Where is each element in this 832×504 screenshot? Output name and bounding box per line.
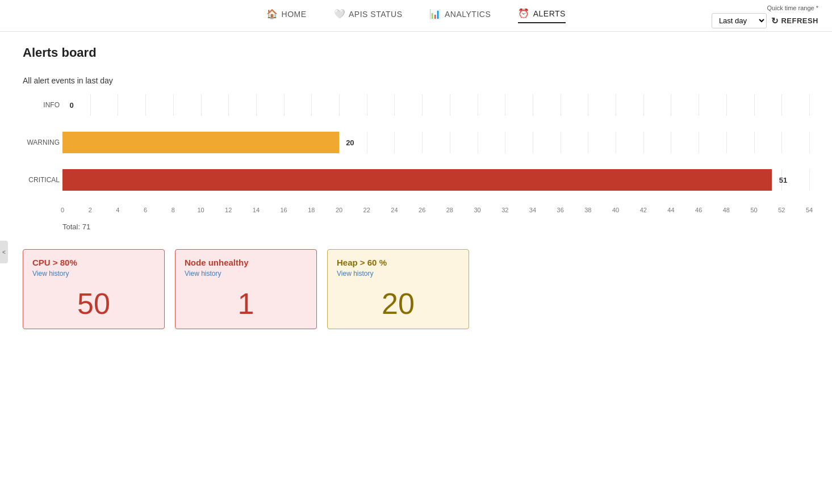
bar-value-critical: 51 [779, 176, 787, 184]
chart-grid-line [505, 94, 505, 116]
x-axis-tick: 46 [695, 207, 702, 213]
nav-item-alerts[interactable]: ⏰ALERTS [518, 8, 566, 23]
nav-item-apis-status[interactable]: 🤍APIS STATUS [334, 9, 403, 23]
bar-value-info: 0 [70, 101, 74, 110]
alert-card-title-cpu: CPU > 80% [32, 258, 155, 267]
alerts-label: ALERTS [533, 9, 566, 18]
analytics-icon: 📊 [429, 9, 441, 19]
nav-item-home[interactable]: 🏠HOME [266, 9, 307, 23]
main-nav: 🏠HOME🤍APIS STATUS📊ANALYTICS⏰ALERTS Quick… [0, 0, 832, 32]
x-axis-tick: 6 [144, 207, 147, 213]
chart-grid-line [533, 94, 533, 116]
alert-card-heap: Heap > 60 %View history20 [327, 249, 469, 329]
x-axis-tick: 16 [281, 207, 287, 213]
chart-grid-line [478, 132, 478, 153]
time-range-select[interactable]: Last day Last hour Last week [712, 13, 767, 28]
x-axis-tick: 12 [225, 207, 232, 213]
bar-chart: INFO0WARNING20CRITICAL510246810121416182… [23, 94, 809, 218]
chart-grid-line [394, 94, 395, 116]
chart-grid-line [616, 94, 616, 116]
apis-status-label: APIS STATUS [349, 10, 402, 19]
bar-fill-warning [62, 132, 339, 153]
quick-time-range-label: Quick time range * [767, 5, 818, 11]
chart-grid-line [450, 94, 450, 116]
x-axis-tick: 48 [723, 207, 730, 213]
chart-grid-line [118, 94, 118, 116]
chart-grid-line [754, 94, 755, 116]
chart-grid-line [311, 94, 312, 116]
alert-card-node: Node unhealthyView history1 [175, 249, 317, 329]
x-axis-tick: 52 [778, 207, 785, 213]
bar-label-info: INFO [23, 101, 60, 109]
chart-grid-line [90, 94, 91, 116]
refresh-button[interactable]: ↻ REFRESH [771, 16, 818, 26]
chart-grid-line [616, 132, 616, 153]
bar-row-critical: CRITICAL51 [62, 169, 809, 191]
chart-grid-line [809, 94, 810, 116]
x-axis-tick: 22 [363, 207, 370, 213]
chart-grid-line [643, 94, 644, 116]
x-axis-tick: 44 [667, 207, 674, 213]
alert-card-link-cpu[interactable]: View history [32, 270, 155, 278]
x-axis-tick: 38 [584, 207, 591, 213]
chart-title: All alert events in last day [23, 76, 809, 85]
chart-grid-line [367, 94, 367, 116]
x-axis-tick: 28 [446, 207, 453, 213]
nav-item-analytics[interactable]: 📊ANALYTICS [429, 9, 491, 23]
chart-grid-line [394, 132, 395, 153]
alerts-icon: ⏰ [518, 8, 530, 19]
chart-grid-line [173, 94, 174, 116]
chart-grid-line [781, 94, 782, 116]
chart-total: Total: 71 [62, 222, 809, 231]
chart-grid-line [339, 94, 340, 116]
x-axis-tick: 34 [529, 207, 536, 213]
chart-grid-line [478, 94, 478, 116]
x-axis-tick: 42 [640, 207, 647, 213]
chart-grid-line [284, 94, 285, 116]
bar-row-warning: WARNING20 [62, 132, 809, 153]
chart-grid-line [561, 132, 561, 153]
chart-grid-line [256, 94, 257, 116]
chart-grid-line [671, 132, 671, 153]
x-axis-tick: 40 [612, 207, 619, 213]
chart-grid-line [561, 94, 561, 116]
x-axis-tick: 50 [750, 207, 757, 213]
home-label: HOME [282, 10, 307, 19]
x-axis-tick: 10 [197, 207, 204, 213]
alert-card-count-cpu: 50 [32, 278, 155, 321]
x-axis-tick: 14 [253, 207, 260, 213]
bar-value-warning: 20 [346, 138, 354, 147]
alert-card-link-heap[interactable]: View history [337, 270, 459, 278]
chart-grid-line [145, 94, 146, 116]
home-icon: 🏠 [266, 9, 278, 19]
apis-status-icon: 🤍 [334, 9, 346, 19]
chart-grid-line [450, 132, 450, 153]
chart-grid-line [781, 132, 782, 153]
chart-grid-line [699, 132, 699, 153]
bar-label-warning: WARNING [23, 138, 60, 146]
chart-grid-line [588, 132, 588, 153]
chart-section: All alert events in last day INFO0WARNIN… [23, 76, 809, 231]
page-title: Alerts board [23, 45, 809, 60]
chart-grid-line [339, 132, 340, 153]
alert-card-count-heap: 20 [337, 278, 459, 321]
x-axis-tick: 8 [172, 207, 175, 213]
chart-grid-line [201, 94, 202, 116]
page-content: Alerts board All alert events in last da… [0, 32, 832, 343]
x-axis-tick: 32 [501, 207, 508, 213]
chart-grid-line [533, 132, 533, 153]
refresh-label: REFRESH [781, 16, 818, 25]
chart-x-axis: 0246810121416182022242628303234363840424… [62, 207, 809, 218]
x-axis-tick: 18 [308, 207, 315, 213]
alert-card-cpu: CPU > 80%View history50 [23, 249, 165, 329]
x-axis-tick: 36 [557, 207, 564, 213]
alert-card-link-node[interactable]: View history [185, 270, 307, 278]
x-axis-tick: 24 [391, 207, 398, 213]
chart-grid-line [699, 94, 699, 116]
chart-grid-line [422, 94, 423, 116]
x-axis-tick: 54 [806, 207, 813, 213]
chart-grid-line [505, 132, 505, 153]
chart-grid-line [754, 132, 755, 153]
sidebar-toggle[interactable]: < [0, 241, 8, 263]
analytics-label: ANALYTICS [445, 10, 491, 19]
